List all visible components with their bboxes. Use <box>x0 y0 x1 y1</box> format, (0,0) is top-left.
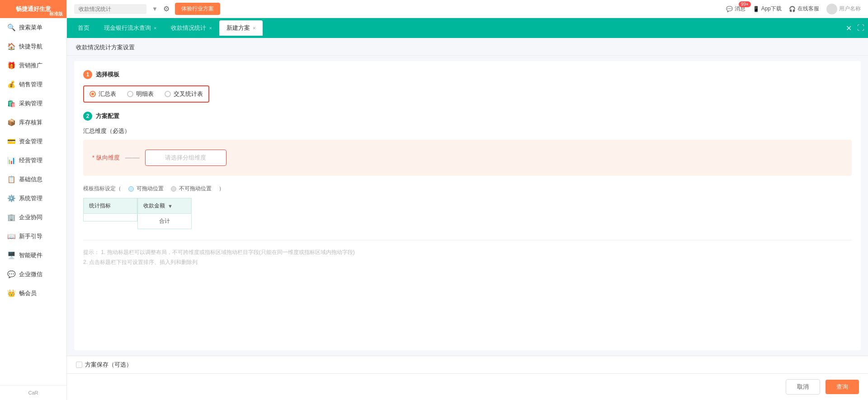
user-name: 用户名称 <box>839 5 861 13</box>
sales-icon: 💰 <box>7 80 15 89</box>
sidebar-item-marketing[interactable]: 🎁 营销推广 <box>0 56 66 75</box>
tab-home[interactable]: 首页 <box>71 20 97 36</box>
tab-new-plan-label: 新建方案 <box>226 24 250 32</box>
purchase-icon: 🛍️ <box>7 99 15 108</box>
sidebar-item-sales[interactable]: 💰 销售管理 <box>0 75 66 94</box>
sidebar-item-purchase[interactable]: 🛍️ 采购管理 <box>0 94 66 113</box>
sidebar-item-enterprise[interactable]: 🏢 企业协同 <box>0 208 66 227</box>
metrics-header: 模板指标设定（ 可拖动位置 不可拖动位置 ） <box>83 185 852 193</box>
sidebar-item-basic[interactable]: 📋 基础信息 <box>0 170 66 189</box>
nav-expand-icon[interactable]: ⛶ <box>857 24 864 32</box>
metrics-section: 模板指标设定（ 可拖动位置 不可拖动位置 ） <box>83 185 852 229</box>
message-icon: 💬 <box>726 6 733 12</box>
step2-section: 2 方案配置 汇总维度（必选） 纵向维度 —— 请选择分组维度 <box>83 112 852 267</box>
sidebar-footer: CaR <box>0 385 66 400</box>
tab-collection-label: 收款情况统计 <box>171 24 206 32</box>
content-card: 1 选择模板 汇总表 明细表 交叉统计表 <box>74 61 861 350</box>
sidebar-item-label: 库存核算 <box>19 118 42 127</box>
tab-new-plan-close-icon[interactable]: × <box>253 25 255 31</box>
stats-col-header: 统计指标 <box>83 198 137 214</box>
hardware-icon: 🖥️ <box>7 251 15 259</box>
step1-section: 1 选择模板 汇总表 明细表 交叉统计表 <box>83 70 852 103</box>
sidebar-item-label: 系统管理 <box>19 194 42 202</box>
save-label: 方案保存（可选） <box>85 361 132 369</box>
tip-1: 提示： 1. 拖动标题栏可以调整布局，不可跨维度或指标区域拖动栏目字段(只能在同… <box>83 248 852 258</box>
sidebar-item-label: 畅会员 <box>19 289 37 297</box>
page-footer: 方案保存（可选） <box>67 356 868 373</box>
step2-title: 2 方案配置 <box>83 112 852 121</box>
amount-dropdown-icon[interactable]: ▼ <box>168 203 173 209</box>
cancel-button[interactable]: 取消 <box>786 379 820 395</box>
sidebar-item-capital[interactable]: 💳 资金管理 <box>0 132 66 151</box>
amount-col-header[interactable]: 收款金额 ▼ <box>137 198 192 214</box>
sidebar-item-inventory[interactable]: 📦 库存核算 <box>0 113 66 132</box>
tab-collection-close-icon[interactable]: × <box>209 25 212 31</box>
dimension-row: 纵向维度 —— 请选择分组维度 <box>92 150 226 166</box>
tab-collection[interactable]: 收款情况统计 × <box>164 20 219 36</box>
save-checkbox-label[interactable]: 方案保存（可选） <box>76 361 132 369</box>
step1-badge: 1 <box>83 70 92 79</box>
radio-detail[interactable]: 明细表 <box>127 90 154 98</box>
wechat-icon: 💬 <box>7 270 15 278</box>
search-menu-icon: 🔍 <box>7 24 15 32</box>
nav-right-icons: ✕ ⛶ <box>846 24 864 33</box>
radio-summary-circle <box>90 91 96 97</box>
tips-section: 提示： 1. 拖动标题栏可以调整布局，不可跨维度或指标区域拖动栏目字段(只能在同… <box>83 240 852 267</box>
enterprise-icon: 🏢 <box>7 213 15 221</box>
app-download-link[interactable]: 📱 App下载 <box>753 5 782 13</box>
nav-close-icon[interactable]: ✕ <box>846 24 852 33</box>
tab-new-plan[interactable]: 新建方案 × <box>219 20 263 36</box>
bottom-action-bar: 取消 查询 <box>67 373 868 400</box>
user-avatar <box>826 4 837 14</box>
sidebar-item-label: 采购管理 <box>19 99 42 108</box>
tab-cashflow[interactable]: 现金银行流水查询 × <box>97 20 164 36</box>
gift-icon: 🎁 <box>7 61 15 70</box>
sidebar-item-hardware[interactable]: 🖥️ 智能硬件 <box>0 246 66 265</box>
sidebar-item-system[interactable]: ⚙️ 系统管理 <box>0 189 66 208</box>
sidebar-item-search[interactable]: 🔍 搜索菜单 <box>0 18 66 37</box>
stats-col: 统计指标 <box>83 198 137 229</box>
amount-col: 收款金额 ▼ 合计 <box>137 198 192 229</box>
top-header: ▼ ⚙ 体验行业方案 💬 消息 99+ 📱 App下载 🎧 在线客服 用户名称 <box>67 0 868 18</box>
page-content: 收款情况统计方案设置 1 选择模板 汇总表 明细表 <box>67 38 868 400</box>
save-checkbox[interactable] <box>76 362 82 368</box>
capital-icon: 💳 <box>7 137 15 146</box>
sidebar-item-label: 经营管理 <box>19 156 42 165</box>
metrics-label-text: 模板指标设定（ <box>83 185 121 193</box>
tip-2: 2. 点击标题栏下拉可设置排序、插入列和删除列 <box>83 258 852 268</box>
user-profile[interactable]: 用户名称 <box>826 4 861 14</box>
sidebar-item-quick-nav[interactable]: 🏠 快捷导航 <box>0 37 66 56</box>
service-icon: 🎧 <box>789 6 796 12</box>
vertical-dim-label: 纵向维度 <box>92 154 120 162</box>
sidebar-item-label: 智能硬件 <box>19 251 42 259</box>
message-button[interactable]: 💬 消息 99+ <box>726 5 745 13</box>
breadcrumb-input[interactable] <box>74 4 146 14</box>
amount-col-label: 收款金额 <box>143 202 165 210</box>
total-label: 合计 <box>159 218 170 224</box>
step2-badge: 2 <box>83 112 92 121</box>
settings-icon[interactable]: ⚙ <box>163 5 170 13</box>
step2-label: 方案配置 <box>96 112 119 120</box>
query-button[interactable]: 查询 <box>826 380 859 394</box>
radio-cross-label: 交叉统计表 <box>174 90 203 98</box>
header-right: 💬 消息 99+ 📱 App下载 🎧 在线客服 用户名称 <box>726 4 861 14</box>
radio-summary[interactable]: 汇总表 <box>90 90 116 98</box>
stats-col-body <box>83 214 137 221</box>
industry-plan-button[interactable]: 体验行业方案 <box>175 3 220 15</box>
sidebar-item-wechat[interactable]: 💬 企业微信 <box>0 265 66 284</box>
sidebar-footer-car[interactable]: CaR <box>28 390 38 395</box>
tab-cashflow-close-icon[interactable]: × <box>154 25 156 31</box>
standard-badge: 标准版 <box>49 11 63 17</box>
basic-icon: 📋 <box>7 175 15 184</box>
sidebar-item-member[interactable]: 👑 畅会员 <box>0 284 66 303</box>
app-icon: 📱 <box>753 6 760 12</box>
online-service-link[interactable]: 🎧 在线客服 <box>789 5 819 13</box>
step1-title: 1 选择模板 <box>83 70 852 79</box>
radio-cross-circle <box>165 91 171 97</box>
sidebar-item-operation[interactable]: 📊 经营管理 <box>0 151 66 170</box>
sidebar-item-guide[interactable]: 📖 新手引导 <box>0 227 66 246</box>
dropdown-arrow-icon[interactable]: ▼ <box>152 5 158 12</box>
page-title: 收款情况统计方案设置 <box>76 44 135 51</box>
dimension-select-box[interactable]: 请选择分组维度 <box>145 150 226 166</box>
radio-cross[interactable]: 交叉统计表 <box>165 90 203 98</box>
